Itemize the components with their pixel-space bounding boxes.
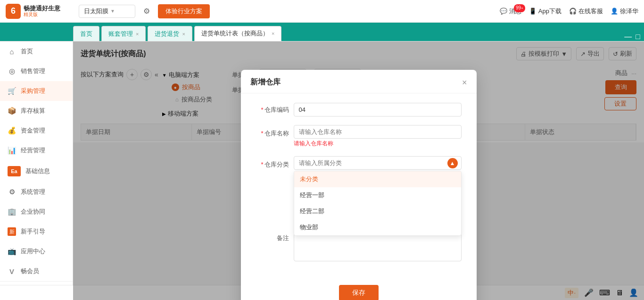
content-area: 进货单统计(按商品) 🖨 按模板打印 ▼ ↗ 导出 ↺ 刷新 (73, 42, 644, 300)
tab-maximize-icon[interactable]: □ (636, 33, 640, 41)
header-right: 💬 消息 99+ 📱 App下载 🎧 在线客服 👤 徐泽华 (500, 7, 638, 16)
modal-footer: 保存 (241, 279, 477, 300)
sidebar-item-label: 基础信息 (25, 167, 50, 175)
sidebar-item-home[interactable]: ⌂ 首页 (0, 42, 73, 61)
note-label: 备注 (256, 231, 294, 242)
sidebar-item-finance[interactable]: 💰 资金管理 (0, 121, 73, 141)
form-row-name: 仓库名称 请输入仓库名称 (256, 125, 462, 148)
settings-icon[interactable]: ⚙ (139, 4, 154, 19)
category-select-wrapper: ▲ 未分类 经营一部 经营二部 物业部 (294, 156, 462, 170)
warehouse-name-input[interactable] (294, 125, 462, 139)
user-icon: 👤 (611, 8, 618, 15)
modal-body: 仓库编码 仓库名称 请输入仓库名称 (241, 93, 477, 279)
message-badge: 99+ (514, 4, 525, 12)
sidebar-item-sales[interactable]: ◎ 销售管理 (0, 61, 73, 81)
tab-purchase-stat-label: 进货单统计表（按商品） (201, 29, 269, 38)
tab-accounts-label: 账套管理 (108, 30, 133, 38)
chevron-down-icon: ▼ (110, 8, 115, 14)
sidebar-item-label: 应用中心 (21, 247, 45, 256)
sidebar-item-basic[interactable]: Ea 基础信息 (0, 160, 73, 182)
warehouse-category-input[interactable] (294, 156, 462, 170)
sidebar-item-label: 首页 (21, 47, 33, 56)
sidebar-item-label: 畅会员 (21, 267, 39, 275)
app-download-item[interactable]: 📱 App下载 (529, 7, 561, 16)
sidebar-item-label: 采购管理 (21, 87, 45, 95)
modal-title: 新增仓库 (250, 77, 281, 87)
sidebar-item-purchase[interactable]: 🛒 采购管理 (0, 81, 73, 101)
phone-icon: 📱 (529, 8, 537, 15)
name-error-message: 请输入仓库名称 (294, 140, 333, 148)
logo-area: 6 畅捷通好生意 精灵版 (6, 4, 79, 19)
user-item[interactable]: 👤 徐泽华 (611, 7, 638, 16)
warehouse-code-label: 仓库编码 (256, 103, 294, 114)
system-icon: ⚙ (8, 188, 16, 196)
tab-bar-actions: — □ (624, 33, 644, 41)
main-layout: ⌂ 首页 ◎ 销售管理 🛒 采购管理 📦 库存核算 💰 资金管理 📊 经营管理 … (0, 42, 644, 300)
tab-home[interactable]: 首页 (73, 26, 99, 41)
dropdown-item-property[interactable]: 物业部 (294, 219, 461, 235)
sidebar-item-label: 企业协同 (21, 208, 45, 216)
sidebar-item-label: 新手引导 (21, 227, 45, 236)
modal-save-button[interactable]: 保存 (339, 285, 379, 300)
modal-overlay: 新增仓库 × 仓库编码 仓库名称 (73, 42, 644, 300)
warehouse-name-label: 仓库名称 (256, 126, 294, 138)
sidebar: ⌂ 首页 ◎ 销售管理 🛒 采购管理 📦 库存核算 💰 资金管理 📊 经营管理 … (0, 42, 73, 300)
warehouse-category-label: 仓库分类 (256, 158, 294, 169)
trial-button[interactable]: 体验行业方案 (158, 4, 210, 18)
sidebar-item-label: 资金管理 (21, 126, 45, 135)
sidebar-item-guide[interactable]: 新 新手引导 (0, 222, 73, 242)
sidebar-item-enterprise[interactable]: 🏢 企业协同 (0, 202, 73, 222)
logo-text: 畅捷通好生意 精灵版 (24, 5, 60, 18)
form-row-category: 仓库分类 ▲ 未分类 经营一部 经营二部 物业部 (256, 156, 462, 170)
sidebar-item-system[interactable]: ⚙ 系统管理 (0, 182, 73, 202)
sidebar-item-label: 库存核算 (21, 107, 45, 115)
category-arrow-icon[interactable]: ▲ (447, 158, 458, 168)
logo-icon: 6 (6, 4, 21, 19)
dropdown-item-dept2[interactable]: 经营二部 (294, 203, 461, 219)
online-service-item[interactable]: 🎧 在线客服 (569, 7, 603, 16)
sidebar-item-label: 销售管理 (21, 67, 45, 75)
finance-icon: 💰 (8, 126, 16, 135)
sales-icon: ◎ (8, 67, 16, 75)
tab-minimize-icon[interactable]: — (624, 33, 632, 41)
guide-icon: 新 (8, 227, 16, 236)
apps-icon: 📺 (8, 247, 16, 256)
dropdown-item-dept1[interactable]: 经营一部 (294, 187, 461, 203)
sidebar-item-member[interactable]: V 畅会员 (0, 261, 73, 281)
home-icon: ⌂ (8, 47, 16, 56)
dropdown-item-uncategorized[interactable]: 未分类 (294, 171, 461, 187)
sidebar-item-label: 经营管理 (21, 146, 45, 155)
headset-icon: 🎧 (569, 8, 577, 15)
tab-accounts[interactable]: 账套管理 × (101, 26, 146, 41)
enterprise-icon: 🏢 (8, 208, 16, 216)
modal-header: 新增仓库 × (241, 70, 477, 93)
tab-purchase-return-label: 进货退货 (155, 30, 179, 38)
category-dropdown: 未分类 经营一部 经营二部 物业部 (294, 171, 462, 236)
ea-icon: Ea (8, 166, 21, 176)
inventory-icon: 📦 (8, 107, 16, 115)
tab-purchase-return[interactable]: 进货退货 × (148, 26, 192, 41)
company-selector[interactable]: 日太阳膜 ▼ (79, 5, 135, 18)
sidebar-item-apps[interactable]: 📺 应用中心 (0, 242, 73, 261)
tab-purchase-stat[interactable]: 进货单统计表（按商品） × (194, 26, 281, 41)
tab-purchase-return-close[interactable]: × (182, 31, 185, 37)
warehouse-code-input[interactable] (294, 103, 462, 117)
message-item[interactable]: 💬 消息 99+ (500, 7, 521, 16)
tab-purchase-stat-close[interactable]: × (272, 31, 274, 36)
form-row-code: 仓库编码 (256, 103, 462, 117)
operation-icon: 📊 (8, 146, 16, 155)
tab-bar: 首页 账套管理 × 进货退货 × 进货单统计表（按商品） × — □ (0, 23, 644, 42)
sidebar-item-inventory[interactable]: 📦 库存核算 (0, 101, 73, 121)
member-icon: V (8, 267, 16, 275)
modal-close-button[interactable]: × (462, 78, 467, 87)
sidebar-item-label: 系统管理 (21, 188, 45, 196)
purchase-icon: 🛒 (8, 87, 16, 95)
message-icon: 💬 (500, 8, 507, 15)
sidebar-item-operation[interactable]: 📊 经营管理 (0, 141, 73, 160)
new-warehouse-modal: 新增仓库 × 仓库编码 仓库名称 (241, 70, 477, 300)
tab-home-label: 首页 (80, 30, 92, 38)
top-header: 6 畅捷通好生意 精灵版 日太阳膜 ▼ ⚙ 体验行业方案 💬 消息 99+ 📱 … (0, 0, 644, 23)
tab-accounts-close[interactable]: × (136, 31, 139, 37)
